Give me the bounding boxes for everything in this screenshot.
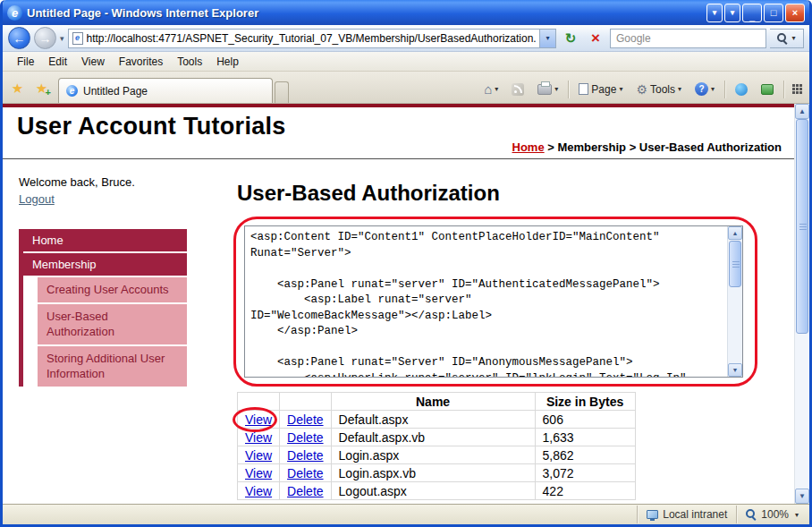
quick-tabs-icon[interactable]: [791, 83, 803, 95]
window-extra-button[interactable]: ▾: [724, 4, 740, 22]
view-link[interactable]: View: [245, 430, 272, 445]
sidebar-item-home[interactable]: Home: [23, 229, 187, 251]
vertical-scrollbar[interactable]: ▲ ▼: [794, 104, 809, 504]
file-name: Logout.aspx: [331, 482, 535, 500]
delete-link[interactable]: Delete: [287, 430, 323, 445]
view-column-header: [238, 393, 280, 411]
feeds-button[interactable]: [506, 80, 529, 99]
forward-button[interactable]: →: [34, 27, 56, 49]
window-controls: ▾ ▾ _ □ ×: [706, 4, 805, 22]
page-body: Welcome back, Bruce. Logout Home Members…: [3, 159, 794, 500]
code-box: <asp:Content ID="Content1" ContentPlaceH…: [244, 225, 743, 378]
add-favorite-button[interactable]: ★+: [30, 77, 53, 100]
table-row: View Delete Default.aspx 606: [238, 411, 636, 429]
chevron-down-icon: ▾: [711, 85, 715, 93]
scroll-down-icon[interactable]: ▼: [795, 489, 809, 504]
tools-menu-button[interactable]: ⚙ Tools ▾: [630, 80, 687, 99]
zoom-control[interactable]: 100% ▾: [739, 508, 806, 521]
delete-link[interactable]: Delete: [287, 484, 323, 498]
view-link[interactable]: View: [245, 412, 272, 427]
maximize-button[interactable]: □: [764, 4, 783, 22]
table-row: View Delete Logout.aspx 422: [238, 482, 636, 500]
close-button[interactable]: ×: [785, 4, 805, 22]
messenger-button[interactable]: [730, 80, 753, 99]
toolbar-separator: [724, 81, 725, 98]
back-button[interactable]: ←: [8, 27, 30, 49]
window-extra-button[interactable]: ▾: [706, 4, 723, 22]
search-dropdown-icon[interactable]: ▾: [791, 34, 795, 42]
plus-icon: +: [46, 88, 51, 98]
refresh-button[interactable]: ↻: [560, 29, 581, 48]
favorites-center-button[interactable]: ★: [6, 77, 29, 100]
address-field[interactable]: e ▾: [68, 29, 556, 48]
menu-bar: File Edit View Favorites Tools Help: [3, 52, 809, 72]
view-link[interactable]: View: [245, 484, 272, 498]
delete-link[interactable]: Delete: [287, 448, 323, 463]
page-viewport: User Account Tutorials Home > Membership…: [3, 104, 809, 504]
status-separator: [736, 506, 737, 523]
url-input[interactable]: [87, 32, 536, 45]
tab-untitled-page[interactable]: e Untitled Page: [58, 78, 273, 103]
title-bar: e Untitled Page - Windows Internet Explo…: [3, 0, 809, 25]
toolbar-separator: [783, 81, 784, 98]
scroll-up-icon[interactable]: ▲: [795, 104, 809, 119]
scroll-up-icon[interactable]: ▲: [728, 226, 742, 240]
delete-link[interactable]: Delete: [287, 412, 323, 427]
chevron-down-icon: ▾: [795, 511, 799, 519]
history-dropdown-icon[interactable]: ▾: [60, 34, 64, 43]
tab-bar: ★ ★+ e Untitled Page ⌂ ▾ ▾ Page ▾: [3, 72, 809, 104]
name-column-header: Name: [331, 393, 535, 411]
toolbar-separator: [568, 81, 569, 98]
minimize-button[interactable]: _: [742, 4, 762, 22]
menu-help[interactable]: Help: [209, 54, 246, 70]
file-name: Default.aspx.vb: [331, 429, 535, 446]
search-button[interactable]: ▾: [770, 29, 804, 48]
size-column-header: Size in Bytes: [535, 393, 635, 411]
page-menu-label: Page: [591, 83, 616, 96]
view-link[interactable]: View: [245, 466, 272, 480]
menu-tools[interactable]: Tools: [170, 54, 209, 70]
home-button[interactable]: ⌂ ▾: [478, 79, 503, 99]
table-row: View Delete Login.aspx 5,862: [238, 446, 636, 464]
new-tab-button[interactable]: [275, 81, 289, 103]
code-textarea[interactable]: <asp:Content ID="Content1" ContentPlaceH…: [245, 226, 727, 377]
print-button[interactable]: ▾: [532, 81, 563, 98]
help-button[interactable]: ? ▾: [689, 79, 720, 99]
menu-file[interactable]: File: [10, 54, 41, 70]
sidebar-item-storing-additional-user-information[interactable]: Storing Additional User Information: [38, 346, 187, 387]
search-input[interactable]: [614, 31, 762, 46]
chevron-down-icon: ▾: [495, 85, 498, 93]
scrollbar-thumb[interactable]: [796, 119, 808, 334]
sidebar-item-membership[interactable]: Membership: [23, 253, 187, 276]
view-link[interactable]: View: [245, 448, 272, 463]
research-button[interactable]: [756, 81, 779, 98]
code-scrollbar[interactable]: ▲ ▼: [727, 226, 742, 377]
delete-link[interactable]: Delete: [287, 466, 323, 480]
address-bar: ← → ▾ e ▾ ↻ × ▾: [3, 25, 809, 52]
zoom-level: 100%: [761, 508, 789, 521]
printer-icon: [537, 84, 552, 95]
breadcrumb-home-link[interactable]: Home: [512, 140, 545, 154]
stop-button[interactable]: ×: [585, 29, 606, 48]
file-name: Default.aspx: [331, 411, 535, 429]
file-size: 422: [535, 482, 635, 500]
scrollbar-thumb[interactable]: [729, 241, 741, 287]
stop-icon: ×: [591, 30, 600, 47]
menu-view[interactable]: View: [74, 54, 112, 70]
logout-link[interactable]: Logout: [19, 192, 55, 206]
table-row: View Delete Login.aspx.vb 3,072: [238, 464, 636, 482]
search-icon: [777, 33, 788, 44]
search-box[interactable]: [610, 29, 766, 48]
sidebar-item-user-based-authorization[interactable]: User-Based Authorization: [38, 304, 187, 344]
sidebar-nav: Home Membership Creating User Accounts U…: [19, 229, 187, 387]
page-menu-button[interactable]: Page ▾: [573, 80, 628, 99]
address-dropdown-button[interactable]: ▾: [539, 30, 555, 47]
menu-edit[interactable]: Edit: [41, 54, 74, 70]
zoom-icon: [746, 509, 757, 520]
scroll-down-icon[interactable]: ▼: [728, 363, 742, 377]
menu-favorites[interactable]: Favorites: [112, 54, 170, 70]
sidebar: Welcome back, Bruce. Logout Home Members…: [3, 159, 216, 500]
sidebar-item-creating-user-accounts[interactable]: Creating User Accounts: [38, 277, 187, 302]
file-name: Login.aspx.vb: [331, 464, 535, 482]
chevron-down-icon: ▾: [619, 85, 622, 93]
